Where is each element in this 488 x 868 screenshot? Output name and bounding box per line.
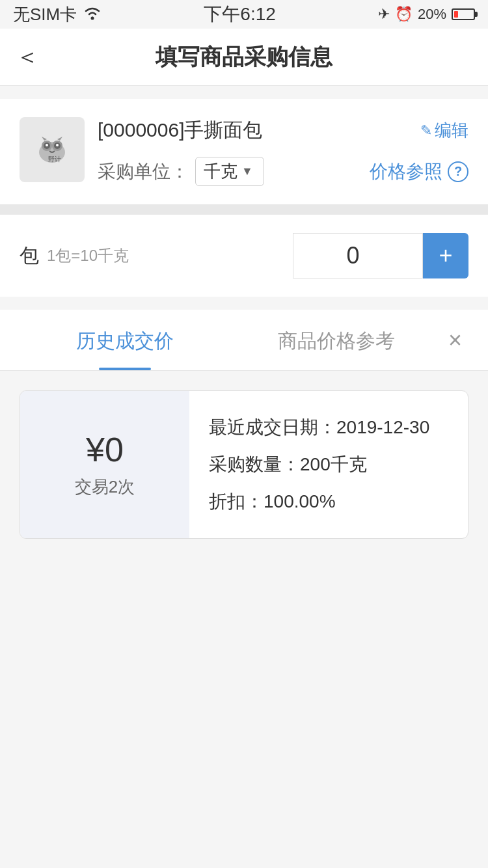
product-thumbnail: 野计 (20, 117, 85, 182)
history-count: 交易2次 (75, 476, 135, 498)
tab-close-button[interactable]: × (442, 314, 468, 367)
history-discount-row: 折扣：100.00% (209, 489, 448, 514)
wifi-icon (83, 5, 102, 25)
battery-icon (452, 8, 475, 20)
tab-history-price[interactable]: 历史成交价 (20, 310, 230, 370)
section-divider (0, 204, 488, 215)
status-time: 下午6:12 (204, 2, 276, 27)
product-thumb-owl: 野计 (33, 128, 72, 172)
history-recent-date-row: 最近成交日期：2019-12-30 (209, 414, 448, 440)
history-section: ¥0 交易2次 最近成交日期：2019-12-30 采购数量：200千克 折扣：… (0, 371, 488, 558)
back-button[interactable]: ＜ (16, 41, 39, 73)
product-top-row: [0000006]手撕面包 ✎ 编辑 (98, 117, 468, 144)
unit-label: 采购单位： 千克 ▼ (98, 157, 264, 186)
history-left-panel: ¥0 交易2次 (20, 391, 189, 538)
unit-dropdown[interactable]: 千克 ▼ (195, 157, 264, 186)
nav-bar: ＜ 填写商品采购信息 (0, 29, 488, 86)
history-right-panel: 最近成交日期：2019-12-30 采购数量：200千克 折扣：100.00% (189, 391, 468, 538)
tab-section: 历史成交价 商品价格参考 × (0, 310, 488, 371)
svg-text:野计: 野计 (48, 156, 61, 163)
edit-button[interactable]: ✎ 编辑 (420, 119, 468, 142)
quantity-label: 包 1包=10千克 (20, 243, 129, 269)
svg-point-0 (91, 16, 94, 20)
product-header: 野计 [0000006]手撕面包 ✎ 编辑 采购单位： 千克 ▼ (20, 117, 468, 186)
quantity-plus-button[interactable]: + (423, 233, 468, 278)
quantity-control: + (293, 233, 468, 278)
product-name: [0000006]手撕面包 (98, 117, 262, 144)
history-card: ¥0 交易2次 最近成交日期：2019-12-30 采购数量：200千克 折扣：… (20, 390, 468, 539)
product-info: [0000006]手撕面包 ✎ 编辑 采购单位： 千克 ▼ 价格参照 ? (98, 117, 468, 186)
page-title: 填写商品采购信息 (156, 42, 332, 72)
battery-label: 20% (418, 6, 446, 23)
product-unit-row: 采购单位： 千克 ▼ 价格参照 ? (98, 157, 468, 186)
history-price: ¥0 (86, 430, 124, 469)
quantity-row: 包 1包=10千克 + (0, 215, 488, 297)
svg-point-6 (46, 144, 48, 146)
help-icon: ? (448, 161, 468, 182)
status-carrier: 无SIM卡 (13, 3, 102, 26)
status-indicators: ✈ ⏰ 20% (378, 6, 475, 23)
product-card: 野计 [0000006]手撕面包 ✎ 编辑 采购单位： 千克 ▼ (0, 99, 488, 204)
location-icon: ✈ (378, 6, 390, 23)
main-content: 历史成交价 商品价格参考 × ¥0 交易2次 最近成交日期：2019-12-30… (0, 310, 488, 700)
alarm-icon: ⏰ (395, 6, 413, 23)
history-purchase-qty-row: 采购数量：200千克 (209, 452, 448, 477)
quantity-hint: 1包=10千克 (47, 245, 129, 266)
quantity-input[interactable] (293, 233, 423, 278)
dropdown-arrow-icon: ▼ (241, 165, 253, 178)
svg-point-7 (56, 144, 59, 146)
tab-product-price-ref[interactable]: 商品价格参考 (230, 310, 441, 370)
price-ref-button[interactable]: 价格参照 ? (370, 159, 468, 184)
tab-bar: 历史成交价 商品价格参考 × (0, 310, 488, 370)
status-bar: 无SIM卡 下午6:12 ✈ ⏰ 20% (0, 0, 488, 29)
edit-icon: ✎ (420, 122, 432, 139)
quantity-unit: 包 (20, 243, 39, 269)
